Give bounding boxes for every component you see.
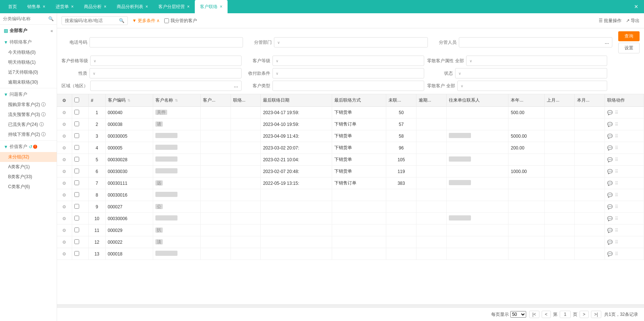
tab-customer-contact[interactable]: 客户联络 × — [195, 0, 228, 13]
sidebar-group-pending[interactable]: ▼ 待联络客户 — [0, 37, 57, 47]
chat-icon[interactable]: 💬 — [607, 240, 613, 245]
more-icon[interactable]: ⠿ — [615, 122, 618, 127]
code-header[interactable]: 客户编码 ⇅ — [105, 94, 153, 107]
retail-select[interactable]: ∨ — [457, 81, 607, 91]
contact-method-link[interactable]: 下销售订单 — [334, 180, 356, 186]
all-customers-header[interactable]: ⊞ 全部客户 « — [0, 25, 57, 37]
my-customers-check[interactable] — [164, 18, 169, 23]
close-icon[interactable]: × — [187, 4, 190, 9]
sidebar-group-value[interactable]: ▼ 价值客户 ↺ ! — [0, 141, 57, 152]
more-icon[interactable]: ⠿ — [615, 134, 618, 139]
prev-page-button[interactable]: < — [542, 311, 551, 318]
select-all-checkbox[interactable] — [74, 98, 79, 102]
chat-icon[interactable]: 💬 — [607, 228, 613, 233]
row-checkbox[interactable] — [72, 201, 88, 213]
more-icon[interactable]: ⠿ — [615, 216, 618, 221]
sidebar-search-input[interactable] — [3, 16, 47, 21]
chat-icon[interactable]: 💬 — [607, 145, 613, 151]
row-gear[interactable]: ⚙ — [57, 248, 72, 260]
region-input[interactable]: … — [90, 81, 242, 91]
row-checkbox[interactable] — [72, 177, 88, 189]
sidebar-item-today[interactable]: 今天待联络(0) — [0, 47, 57, 57]
nav-close-button[interactable]: × — [631, 3, 641, 11]
reset-button[interactable]: 设置 — [618, 43, 640, 53]
customer-type-input[interactable] — [272, 81, 425, 91]
more-icon[interactable]: ⠿ — [615, 157, 618, 162]
row-gear[interactable]: ⚙ — [57, 201, 72, 213]
refresh-icon[interactable]: ↺ — [29, 144, 32, 149]
sidebar-item-churn-warning[interactable]: 流失预警客户(3) ⓘ — [0, 110, 57, 120]
sidebar-item-class-b[interactable]: B类客户(33) — [0, 172, 57, 182]
nature-select[interactable]: ∨ — [89, 68, 242, 78]
person-input[interactable]: … — [459, 37, 612, 47]
close-icon[interactable]: × — [220, 4, 222, 9]
checkbox-header[interactable] — [72, 94, 88, 107]
row-gear[interactable]: ⚙ — [57, 107, 72, 119]
tab-analysis-list[interactable]: 商品分析列表 × — [112, 0, 153, 13]
row-checkbox[interactable] — [72, 248, 88, 260]
row-gear[interactable]: ⚙ — [57, 166, 72, 177]
more-icon[interactable]: ⠿ — [615, 110, 618, 115]
row-gear[interactable]: ⚙ — [57, 154, 72, 166]
tab-purchase[interactable]: 进货单 × — [50, 0, 79, 13]
contact-method-link[interactable]: 下销货单 — [334, 133, 352, 138]
chat-icon[interactable]: 💬 — [607, 193, 613, 198]
chat-icon[interactable]: 💬 — [607, 216, 613, 221]
tab-home[interactable]: 首页 — [3, 0, 22, 13]
page-size-select[interactable]: 50 20 100 — [510, 311, 526, 318]
row-checkbox[interactable] — [72, 189, 88, 201]
collapse-icon[interactable]: « — [50, 28, 53, 33]
chat-icon[interactable]: 💬 — [607, 169, 613, 174]
contact-method-link[interactable]: 下销货单 — [334, 169, 352, 174]
export-button[interactable]: ↗ 导出 — [626, 18, 640, 24]
row-checkbox[interactable] — [72, 107, 88, 119]
chat-icon[interactable]: 💬 — [607, 110, 613, 115]
price-level-select[interactable]: ∨ — [90, 56, 242, 66]
sidebar-item-churned[interactable]: 已流失客户(24) ⓘ — [0, 120, 57, 130]
horizontal-scrollbar[interactable] — [57, 304, 644, 307]
more-icon[interactable]: ⠿ — [615, 193, 618, 198]
tab-sales[interactable]: 销售单 × — [22, 0, 50, 13]
more-icon[interactable]: ⠿ — [615, 145, 618, 151]
more-icon[interactable]: ⠿ — [615, 181, 618, 186]
sidebar-item-7days[interactable]: 近7天待联络(0) — [0, 67, 57, 77]
next-page-button[interactable]: > — [580, 311, 589, 318]
contact-method-link[interactable]: 下销货单 — [334, 145, 352, 150]
search-icon[interactable]: 🔍 — [119, 18, 124, 23]
sidebar-search-icon[interactable]: 🔍 — [48, 16, 54, 21]
row-gear[interactable]: ⚙ — [57, 177, 72, 189]
close-icon[interactable]: × — [43, 4, 45, 9]
contact-method-link[interactable]: 下销货单 — [334, 157, 352, 162]
chat-icon[interactable]: 💬 — [607, 251, 613, 257]
my-customers-checkbox[interactable]: 我分管的客户 — [164, 18, 197, 24]
contact-method-link[interactable]: 下销售订单 — [334, 121, 356, 127]
contact-method-link[interactable]: 下销货单 — [334, 110, 352, 115]
query-button[interactable]: 查询 — [618, 31, 640, 41]
sidebar-group-problem[interactable]: ▼ 问题客户 — [0, 89, 57, 100]
row-checkbox[interactable] — [72, 142, 88, 154]
close-icon[interactable]: × — [145, 4, 148, 9]
more-icon[interactable]: ⠿ — [615, 169, 618, 174]
chat-icon[interactable]: 💬 — [607, 204, 613, 209]
row-gear[interactable]: ⚙ — [57, 130, 72, 142]
more-icon[interactable]: ⠿ — [615, 240, 618, 245]
tab-customer-layered[interactable]: 客户分层经营 × — [153, 0, 195, 13]
row-gear[interactable]: ⚙ — [57, 225, 72, 236]
sidebar-item-ungroup[interactable]: 未分组(32) — [0, 152, 57, 162]
row-checkbox[interactable] — [72, 119, 88, 130]
row-checkbox[interactable] — [72, 166, 88, 177]
search-input[interactable] — [65, 18, 119, 23]
row-checkbox[interactable] — [72, 213, 88, 225]
sort-icon[interactable]: ⇅ — [175, 98, 178, 102]
more-icon[interactable]: ⠿ — [615, 204, 618, 209]
sidebar-item-abnormal[interactable]: 囤购异常客户(2) ⓘ — [0, 100, 57, 110]
row-gear[interactable]: ⚙ — [57, 236, 72, 248]
name-header[interactable]: 客户名称 ⇅ — [153, 94, 200, 107]
first-page-button[interactable]: |< — [529, 311, 539, 318]
row-gear[interactable]: ⚙ — [57, 189, 72, 201]
chat-icon[interactable]: 💬 — [607, 122, 613, 127]
phone-input[interactable] — [89, 37, 243, 47]
row-gear[interactable]: ⚙ — [57, 213, 72, 225]
gear-header[interactable]: ⚙ — [57, 94, 72, 107]
status-select[interactable]: ∨ — [455, 68, 607, 78]
